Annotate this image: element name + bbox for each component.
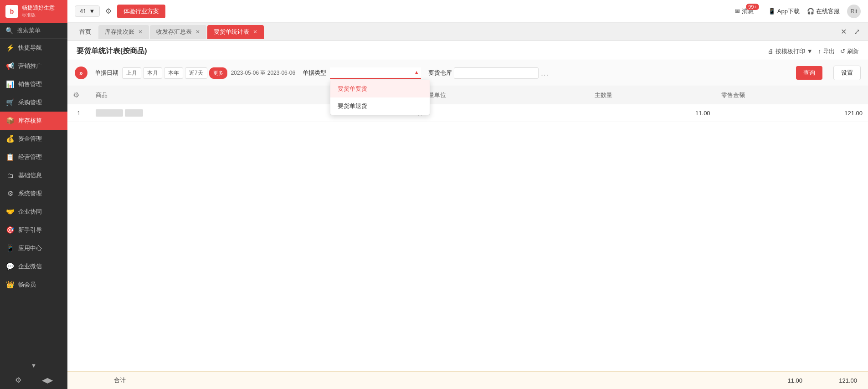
tabs-bar: 首页 库存批次账 ✕ 收发存汇总表 ✕ 要货单统计表 ✕ ✕ ⤢ [67, 23, 868, 41]
settings-button[interactable]: 设置 [833, 66, 861, 80]
sidebar-item-system[interactable]: ⚙ 系统管理 [0, 184, 67, 203]
cell-qty: 11.00 [589, 104, 715, 122]
sidebar-item-label: 畅会员 [18, 281, 36, 289]
export-label: 导出 [823, 47, 835, 56]
cell-unit: 块 [411, 104, 590, 122]
sidebar-item-inventory[interactable]: 📦 库存核算 [0, 112, 67, 130]
sidebar-scroll-down[interactable]: ▼ [0, 360, 67, 371]
data-table: ⚙ 商品 主计量单位 主数量 零售金额 1 [67, 86, 868, 122]
operation-icon: 📋 [5, 153, 15, 162]
page-content: 要货单统计表(按商品) 🖨 按模板打印 ▼ ↑ 导出 ↺ 刷新 [67, 41, 868, 389]
sidebar-search-label: 搜索菜单 [17, 26, 41, 35]
tab-order-label: 要货单统计表 [214, 28, 249, 36]
app-download-button[interactable]: 📱 App下载 [768, 7, 800, 15]
date-btn-this-year[interactable]: 本年 [164, 67, 183, 79]
print-label: 按模板打印 [776, 47, 805, 56]
topbar-right: ✉ 消息 99+ 📱 App下载 🎧 在线客服 Rit [735, 5, 861, 18]
footer-amount-total: 121.00 [808, 377, 863, 384]
product-name-blurred [96, 109, 123, 117]
sidebar-bottom: ⚙ ◀▶ [0, 371, 67, 389]
dropdown-item-order-goods[interactable]: 要货单要货 [330, 80, 430, 97]
warehouse-filter-input[interactable] [454, 67, 539, 79]
filter-bar: » 单据日期 上月 本月 本年 近7天 更多 2023-05-06 至 2023… [67, 60, 868, 86]
tab-home-label: 首页 [79, 28, 91, 36]
table-footer: 合计 11.00 121.00 [67, 371, 868, 389]
sidebar-nav: ⚡ 快捷导航 📢 营销推广 📊 销售管理 🛒 采购管理 📦 库存核算 💰 资金管… [0, 39, 67, 360]
download-icon: 📱 [768, 8, 776, 15]
type-dropdown-menu: 要货单要货 要货单退货 [330, 80, 430, 115]
logo-icon: b [5, 5, 18, 18]
print-button[interactable]: 🖨 按模板打印 ▼ [768, 47, 813, 56]
refresh-icon: ↺ [840, 48, 845, 55]
tab-receive_summary[interactable]: 收发存汇总表 ✕ [150, 25, 206, 39]
sidebar-item-label: 资金管理 [18, 135, 42, 143]
date-btn-prev-month[interactable]: 上月 [122, 67, 141, 79]
search-icon: 🔍 [5, 27, 13, 34]
filter-expand-button[interactable]: » [75, 67, 87, 79]
message-icon: ✉ [735, 8, 740, 15]
sidebar-item-enterprise[interactable]: 🤝 企业协同 [0, 203, 67, 221]
sidebar-item-finance[interactable]: 💰 资金管理 [0, 130, 67, 148]
topbar-left: 41 ▼ ⚙ 体验行业方案 [75, 5, 165, 18]
sidebar-item-label: 应用中心 [18, 244, 42, 252]
finance-icon: 💰 [5, 134, 15, 143]
sidebar-item-quick_nav[interactable]: ⚡ 快捷导航 [0, 39, 67, 57]
sidebar-item-app_center[interactable]: 📱 应用中心 [0, 239, 67, 257]
user-avatar[interactable]: Rit [847, 5, 861, 18]
type-dropdown-arrow[interactable]: ▲ [414, 69, 419, 76]
minimize-button[interactable]: ✕ [838, 26, 849, 37]
org-selector[interactable]: 41 ▼ [75, 5, 100, 17]
tab-order-close[interactable]: ✕ [253, 29, 257, 35]
sidebar-item-member[interactable]: 👑 畅会员 [0, 276, 67, 294]
warehouse-filter-label: 要货仓库 [428, 69, 452, 77]
export-button[interactable]: ↑ 导出 [818, 47, 835, 56]
sidebar-search[interactable]: 🔍 搜索菜单 [0, 23, 67, 39]
trial-button[interactable]: 体验行业方案 [117, 5, 165, 18]
message-button[interactable]: ✉ 消息 99+ [735, 7, 754, 15]
app-logo: b 畅捷通好生意 标准版 [0, 0, 67, 23]
app-badge: 标准版 [22, 12, 55, 18]
sidebar-item-guide[interactable]: 🎯 新手引导 [0, 221, 67, 239]
dropdown-item-order-return[interactable]: 要货单退货 [330, 97, 430, 115]
tab-order_summary[interactable]: 要货单统计表 ✕ [207, 25, 264, 39]
tab-stock-batch-close[interactable]: ✕ [138, 29, 143, 35]
footer-qty-total: 11.00 [753, 377, 808, 384]
date-btn-last7days[interactable]: 近7天 [185, 67, 207, 79]
sidebar-item-label: 系统管理 [18, 189, 42, 198]
main-area: 41 ▼ ⚙ 体验行业方案 ✉ 消息 99+ 📱 App下载 🎧 在线客服 Ri… [67, 0, 868, 389]
refresh-label: 刷新 [847, 47, 859, 56]
sidebar-item-label: 企业协同 [18, 208, 42, 216]
sidebar-item-marketing[interactable]: 📢 营销推广 [0, 57, 67, 75]
type-dropdown-wrapper: ▲ 要货单要货 要货单退货 [330, 67, 421, 79]
query-button[interactable]: 查询 [796, 66, 822, 80]
tab-home[interactable]: 首页 [73, 25, 98, 39]
online-service-button[interactable]: 🎧 在线客服 [807, 7, 840, 15]
sidebar-collapse-button[interactable]: ◀▶ [42, 376, 53, 384]
col-header-unit: 主计量单位 [411, 86, 590, 104]
date-btn-this-month[interactable]: 本月 [143, 67, 162, 79]
topbar-gear-icon[interactable]: ⚙ [105, 7, 112, 15]
headset-icon: 🎧 [807, 8, 814, 15]
date-btn-more[interactable]: 更多 [209, 67, 227, 79]
maximize-button[interactable]: ⤢ [851, 26, 863, 37]
page-actions: 🖨 按模板打印 ▼ ↑ 导出 ↺ 刷新 [768, 47, 859, 56]
table-row: 1 块 11.00 121.00 [67, 104, 868, 122]
sidebar-settings-button[interactable]: ⚙ [15, 376, 21, 384]
warehouse-more-icon[interactable]: … [540, 68, 549, 78]
tab-stock_batch[interactable]: 库存批次账 ✕ [98, 25, 149, 39]
page-header: 要货单统计表(按商品) 🖨 按模板打印 ▼ ↑ 导出 ↺ 刷新 [67, 41, 868, 60]
sidebar-item-operation[interactable]: 📋 经营管理 [0, 148, 67, 166]
refresh-button[interactable]: ↺ 刷新 [840, 47, 859, 56]
sidebar-item-wechat[interactable]: 💬 企业微信 [0, 257, 67, 276]
col-header-seq: ⚙ [67, 86, 90, 104]
date-filter-label: 单据日期 [95, 69, 118, 77]
warehouse-filter-group: 要货仓库 … [428, 67, 549, 79]
sidebar-item-sales[interactable]: 📊 销售管理 [0, 75, 67, 93]
tab-receive-close[interactable]: ✕ [195, 29, 200, 35]
sidebar-item-purchase[interactable]: 🛒 采购管理 [0, 93, 67, 112]
app-center-icon: 📱 [5, 244, 15, 253]
column-settings-icon[interactable]: ⚙ [73, 91, 79, 99]
type-filter-input[interactable] [330, 67, 421, 78]
sidebar-item-basic[interactable]: 🗂 基础信息 [0, 166, 67, 184]
basic-icon: 🗂 [5, 171, 15, 180]
